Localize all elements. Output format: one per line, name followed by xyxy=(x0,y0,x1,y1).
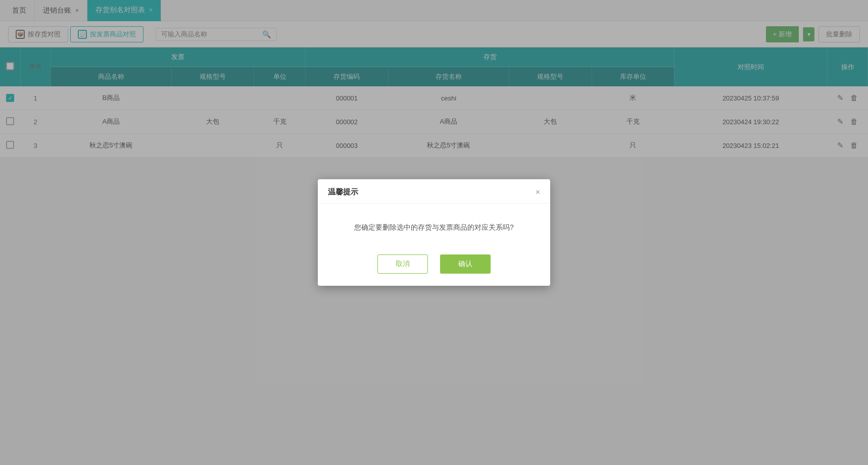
dialog-header: 温馨提示 × xyxy=(318,179,550,203)
dialog-footer: 取消 确认 xyxy=(318,248,550,286)
dialog-message: 您确定要删除选中的存货与发票商品的对应关系吗? xyxy=(354,223,514,231)
modal-overlay: 温馨提示 × 您确定要删除选中的存货与发票商品的对应关系吗? 取消 确认 xyxy=(0,0,868,465)
dialog-cancel-btn[interactable]: 取消 xyxy=(377,254,428,274)
dialog-body: 您确定要删除选中的存货与发票商品的对应关系吗? xyxy=(318,203,550,248)
dialog-title: 温馨提示 xyxy=(328,187,358,197)
confirm-dialog: 温馨提示 × 您确定要删除选中的存货与发票商品的对应关系吗? 取消 确认 xyxy=(318,179,550,285)
dialog-close-btn[interactable]: × xyxy=(536,188,540,197)
dialog-confirm-btn[interactable]: 确认 xyxy=(440,254,491,274)
